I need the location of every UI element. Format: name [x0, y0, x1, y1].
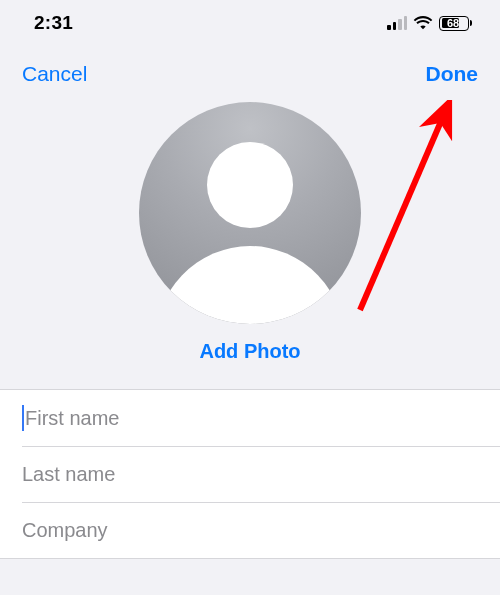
- status-bar: 2:31 68: [0, 0, 500, 46]
- first-name-row[interactable]: [0, 390, 500, 446]
- last-name-field[interactable]: [22, 463, 500, 486]
- contact-avatar-placeholder-icon[interactable]: [139, 102, 361, 324]
- first-name-field[interactable]: [25, 407, 500, 430]
- cancel-button[interactable]: Cancel: [22, 62, 87, 86]
- done-button[interactable]: Done: [426, 62, 479, 86]
- add-photo-button[interactable]: Add Photo: [199, 340, 300, 363]
- battery-level: 68: [438, 17, 468, 29]
- wifi-icon: [413, 16, 433, 30]
- nav-bar: Cancel Done: [0, 46, 500, 98]
- company-row[interactable]: [0, 502, 500, 558]
- company-field[interactable]: [22, 519, 500, 542]
- status-time: 2:31: [34, 12, 73, 34]
- last-name-row[interactable]: [0, 446, 500, 502]
- status-indicators: 68: [387, 16, 472, 31]
- cellular-signal-icon: [387, 16, 407, 30]
- contact-form: [0, 389, 500, 559]
- battery-icon: 68: [439, 16, 472, 31]
- text-cursor: [22, 405, 24, 431]
- avatar-section: Add Photo: [0, 98, 500, 389]
